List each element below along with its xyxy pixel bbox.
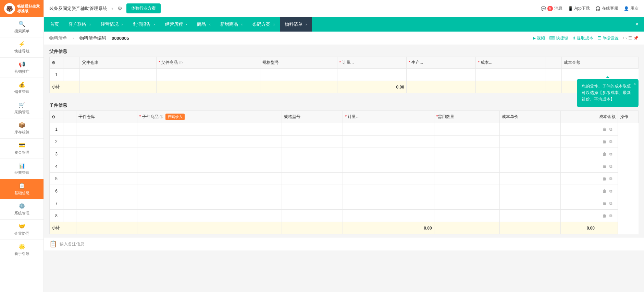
- sidebar-item-search[interactable]: 🔍 搜索菜单: [0, 17, 44, 37]
- parent-row-1-warehouse[interactable]: [63, 69, 80, 81]
- prev-arrow[interactable]: ‹: [623, 36, 624, 40]
- sidebar-item-system[interactable]: ⚙️ 系统管理: [0, 199, 44, 220]
- child-row-4-unit-cost[interactable]: [434, 160, 499, 173]
- child-row-5-unit-cost[interactable]: [434, 173, 499, 185]
- pin-icon[interactable]: 📌: [633, 36, 639, 40]
- delete-icon-row-7[interactable]: 🗑: [603, 201, 607, 206]
- tab-bom-close[interactable]: ×: [305, 23, 307, 26]
- sidebar-item-guide[interactable]: 🌟 新手引导: [0, 240, 44, 260]
- sidebar-item-marketing[interactable]: 📢 营销推广: [0, 58, 44, 78]
- child-row-8-qty[interactable]: [398, 210, 434, 222]
- child-row-8-spec[interactable]: [137, 210, 282, 222]
- sidebar-item-operations[interactable]: 📊 经营管理: [0, 159, 44, 179]
- child-row-6-spec[interactable]: [137, 185, 282, 197]
- child-row-5-warehouse[interactable]: [63, 173, 76, 185]
- parent-row-1-product[interactable]: [79, 69, 156, 81]
- child-row-7-warehouse[interactable]: [63, 197, 76, 210]
- trial-button[interactable]: 体验行业方案: [126, 3, 161, 13]
- child-row-2-unit-cost[interactable]: [434, 136, 499, 148]
- tool-extract-cost[interactable]: ⬆ 提取成本: [572, 35, 593, 41]
- child-row-2-spec[interactable]: [137, 136, 282, 148]
- copy-icon-row-1[interactable]: ⧉: [609, 127, 612, 132]
- delete-icon-row-6[interactable]: 🗑: [603, 189, 607, 194]
- child-row-6-unit-cost[interactable]: [434, 185, 499, 197]
- child-row-4-warehouse[interactable]: [63, 160, 76, 173]
- sidebar-item-purchase[interactable]: 🛒 采购管理: [0, 98, 44, 118]
- child-row-7-spec[interactable]: [137, 197, 282, 210]
- copy-icon-row-3[interactable]: ⧉: [609, 152, 612, 156]
- parent-row-1-spec[interactable]: [157, 69, 260, 81]
- parent-row-1-unit[interactable]: [260, 69, 337, 81]
- copy-icon-row-6[interactable]: ⧉: [609, 189, 612, 194]
- sidebar-item-sales[interactable]: 💰 销售管理: [0, 78, 44, 98]
- child-row-8-unit-cost[interactable]: [434, 210, 499, 222]
- tab-goods[interactable]: 商品 ×: [192, 17, 215, 32]
- child-row-4-qty[interactable]: [398, 160, 434, 173]
- sidebar-item-basics[interactable]: 📋 基础信息: [0, 179, 44, 199]
- copy-icon-row-4[interactable]: ⧉: [609, 164, 612, 169]
- header-dropdown-arrow[interactable]: ▾: [111, 6, 113, 11]
- menu-icon[interactable]: ☰: [628, 36, 632, 40]
- child-row-8-unit[interactable]: [282, 210, 343, 222]
- child-row-1-qty[interactable]: [398, 123, 434, 136]
- child-row-6-unit[interactable]: [282, 185, 343, 197]
- online-service-button[interactable]: 🎧 在线客服: [595, 5, 618, 11]
- child-row-2-unit[interactable]: [282, 136, 343, 148]
- breadcrumb-bom[interactable]: 物料清单: [49, 35, 67, 41]
- tab-home[interactable]: 首页: [45, 17, 64, 32]
- tab-history[interactable]: 经营历程 ×: [160, 17, 193, 32]
- child-row-1-spec[interactable]: [137, 123, 282, 136]
- delete-icon-row-4[interactable]: 🗑: [603, 164, 607, 169]
- tab-add-goods[interactable]: 新增商品 ×: [215, 17, 248, 32]
- tab-goods-close[interactable]: ×: [209, 23, 211, 26]
- child-row-4-unit[interactable]: [282, 160, 343, 173]
- tooltip-close[interactable]: ×: [633, 81, 636, 87]
- parent-row-1-cost[interactable]: [406, 69, 475, 81]
- child-row-1-unit[interactable]: [282, 123, 343, 136]
- tab-customer[interactable]: 客户联络 ×: [64, 17, 96, 32]
- parent-row-1-production[interactable]: [337, 69, 406, 81]
- scan-button[interactable]: 扫码录入: [165, 114, 185, 120]
- delete-icon-row-2[interactable]: 🗑: [603, 139, 607, 144]
- child-row-5-product[interactable]: [76, 173, 137, 185]
- child-row-3-unit[interactable]: [282, 148, 343, 160]
- child-row-3-qty[interactable]: [398, 148, 434, 160]
- tab-customer-close[interactable]: ×: [89, 23, 91, 26]
- app-download-button[interactable]: 📱 App下载: [568, 5, 590, 11]
- copy-icon-row-5[interactable]: ⧉: [609, 176, 612, 181]
- sidebar-item-nav[interactable]: ⚡ 快捷导航: [0, 37, 44, 58]
- child-row-6-qty[interactable]: [398, 185, 434, 197]
- tab-profit-close[interactable]: ×: [153, 23, 156, 26]
- tab-barcode-close[interactable]: ×: [273, 23, 275, 26]
- tool-view[interactable]: ▶ 视频: [533, 35, 545, 41]
- child-row-3-spec[interactable]: [137, 148, 282, 160]
- tool-shortcut[interactable]: ⌨ 快捷键: [549, 35, 568, 41]
- sidebar-item-collab[interactable]: 🤝 企业协同: [0, 220, 44, 240]
- tab-history-close[interactable]: ×: [186, 23, 188, 26]
- sidebar-item-inventory[interactable]: 📦 库存核算: [0, 118, 44, 139]
- tab-operations-close[interactable]: ×: [121, 23, 123, 26]
- child-row-2-product[interactable]: [76, 136, 137, 148]
- tab-barcode[interactable]: 条码方案 ×: [248, 17, 280, 32]
- child-row-7-unit[interactable]: [282, 197, 343, 210]
- child-row-4-product[interactable]: [76, 160, 137, 173]
- child-row-6-product[interactable]: [76, 185, 137, 197]
- child-row-7-unit-cost[interactable]: [434, 197, 499, 210]
- tool-single-settings[interactable]: ☰ 单据设置: [597, 35, 619, 41]
- delete-icon-row-5[interactable]: 🗑: [603, 176, 607, 181]
- child-row-3-warehouse[interactable]: [63, 148, 76, 160]
- user-button[interactable]: 👤 用友: [624, 5, 639, 11]
- child-row-7-product[interactable]: [76, 197, 137, 210]
- child-row-7-qty[interactable]: [398, 197, 434, 210]
- child-row-5-unit[interactable]: [282, 173, 343, 185]
- child-row-6-warehouse[interactable]: [63, 185, 76, 197]
- delete-icon-row-1[interactable]: 🗑: [603, 127, 607, 132]
- child-row-2-warehouse[interactable]: [63, 136, 76, 148]
- child-row-3-product[interactable]: [76, 148, 137, 160]
- tab-profit[interactable]: 利润报告 ×: [128, 17, 160, 32]
- sidebar-item-finance[interactable]: 💳 资金管理: [0, 139, 44, 159]
- settings-icon[interactable]: ⚙: [117, 5, 122, 12]
- message-button[interactable]: 💬 6 消息: [541, 5, 562, 11]
- child-row-8-warehouse[interactable]: [63, 210, 76, 222]
- child-row-5-spec[interactable]: [137, 173, 282, 185]
